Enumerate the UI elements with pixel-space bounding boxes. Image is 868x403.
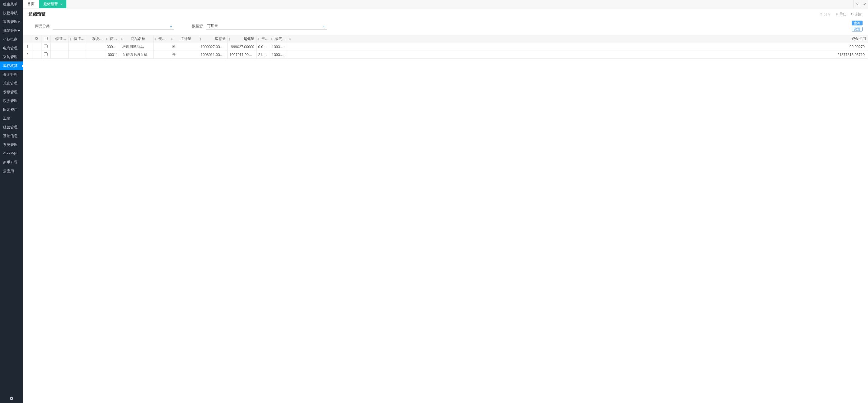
cell-gear (32, 43, 41, 51)
cell-avg: 21.7061 (256, 51, 270, 59)
cell-sys-order (87, 51, 105, 59)
chevron-down-icon (18, 22, 20, 23)
cell-over: 999027.00000 (227, 43, 256, 51)
page-title: 超储预警 (28, 11, 45, 17)
col-attr-name-header[interactable]: 特征类型名称 (68, 35, 87, 43)
sidebar-footer (0, 394, 23, 403)
filter-category-select[interactable]: ⌄ (53, 22, 174, 30)
cell-attr-name (68, 43, 87, 51)
col-code-header[interactable]: 商品... (105, 35, 120, 43)
row-checkbox[interactable] (44, 52, 48, 56)
sidebar-item-label: 云应用 (3, 169, 14, 174)
sidebar-item-label: 税务管理 (3, 98, 18, 103)
sidebar-item-label: 搜索菜单 (3, 2, 18, 7)
sidebar-item-17[interactable]: 企业协同 (0, 149, 23, 158)
sidebar-item-8[interactable]: 资金管理 (0, 70, 23, 79)
col-spec-header[interactable]: 规格型号 (153, 35, 170, 43)
share-icon: ⇪ (819, 12, 823, 17)
sidebar-item-19[interactable]: 云应用 (0, 167, 23, 176)
settings-button[interactable]: 设置 (851, 27, 863, 31)
col-max-header[interactable]: 最高库存 (270, 35, 288, 43)
col-attr-type-header[interactable]: 特征类型 (50, 35, 68, 43)
cell-sys-order (87, 43, 105, 51)
table-row[interactable]: 1 0000107 培训测试商品 米 1000027.00000 999027.… (23, 43, 868, 51)
cell-check[interactable] (41, 51, 50, 59)
sidebar-item-6[interactable]: 采购管理 (0, 53, 23, 61)
gear-icon[interactable] (9, 396, 13, 401)
search-button[interactable]: 查询 (851, 21, 863, 25)
sidebar-item-14[interactable]: 经营管理 (0, 123, 23, 132)
sidebar-item-15[interactable]: 基础信息 (0, 132, 23, 141)
filter-category-label: 商品分类 (35, 24, 50, 29)
col-unit-header[interactable]: 主计量 (170, 35, 199, 43)
col-rownum-header (23, 35, 32, 43)
export-button[interactable]: ⇩ 导出 (835, 12, 847, 17)
cell-max: 1000.00000 (270, 43, 288, 51)
sidebar-item-3[interactable]: 批发管理 (0, 26, 23, 35)
sidebar-item-label: 固定资产 (3, 107, 18, 112)
cell-spec (153, 43, 170, 51)
cell-code: 00011 (105, 51, 120, 59)
sidebar: 搜索菜单快捷导航零售管理批发管理小畅电商电商管理采购管理库存核算资金管理总账管理… (0, 0, 23, 403)
cell-rownum: 2 (23, 51, 32, 59)
sidebar-item-label: 工资 (3, 116, 10, 121)
row-checkbox[interactable] (44, 44, 48, 48)
sidebar-item-18[interactable]: 新手引导 (0, 158, 23, 167)
filter-datasource-select[interactable]: 可用量 ⌄ (206, 22, 327, 30)
sidebar-item-7[interactable]: 库存核算 (0, 61, 23, 70)
filter-row: 商品分类 ⌄ 数据源 可用量 ⌄ 查询 设置 (23, 20, 868, 35)
sidebar-item-label: 基础信息 (3, 133, 18, 139)
cell-max: 1000.00000 (270, 51, 288, 59)
sidebar-item-1[interactable]: 快捷导航 (0, 9, 23, 18)
sidebar-item-label: 发票管理 (3, 90, 18, 95)
filter-datasource-label: 数据源 (192, 24, 203, 29)
share-button[interactable]: ⇪ 分享 (819, 12, 831, 17)
col-funds-header[interactable]: 资金占用 (288, 35, 868, 43)
col-gear-header[interactable] (32, 35, 41, 43)
sidebar-item-2[interactable]: 零售管理 (0, 18, 23, 26)
sidebar-item-9[interactable]: 总账管理 (0, 79, 23, 88)
cell-check[interactable] (41, 43, 50, 51)
cell-spec (153, 51, 170, 59)
sidebar-item-label: 零售管理 (3, 20, 18, 25)
sidebar-item-4[interactable]: 小畅电商 (0, 35, 23, 44)
refresh-button[interactable]: ⟳ 刷新 (851, 12, 863, 17)
col-avg-header[interactable]: 平均... (256, 35, 270, 43)
cell-rownum: 1 (23, 43, 32, 51)
sidebar-item-5[interactable]: 电商管理 (0, 44, 23, 53)
tab-0[interactable]: 首页 (23, 0, 39, 8)
sidebar-item-11[interactable]: 税务管理 (0, 97, 23, 105)
close-icon[interactable]: × (60, 2, 62, 6)
tab-label: 超储预警 (43, 1, 58, 7)
col-over-header[interactable]: 超储量 (227, 35, 256, 43)
sidebar-item-label: 采购管理 (3, 55, 18, 60)
select-all-checkbox[interactable] (44, 37, 48, 40)
tab-label: 首页 (27, 1, 34, 7)
sidebar-item-12[interactable]: 固定资产 (0, 105, 23, 114)
page-header: 超储预警 ⇪ 分享 ⇩ 导出 ⟳ 刷新 (23, 8, 868, 20)
col-checkbox-header[interactable] (41, 35, 50, 43)
sidebar-item-label: 总账管理 (3, 81, 18, 86)
tab-1[interactable]: 超储预警× (39, 0, 67, 8)
sidebar-item-0[interactable]: 搜索菜单 (0, 0, 23, 9)
sidebar-item-label: 资金管理 (3, 72, 18, 77)
cell-attr-name (68, 51, 87, 59)
cell-funds: 21877816.95710 (288, 51, 868, 59)
col-name-header[interactable]: 商品名称 (120, 35, 153, 43)
refresh-icon: ⟳ (851, 12, 854, 17)
cell-stock: 1008911.00000 (199, 51, 227, 59)
table-row[interactable]: 2 00011 百福德毛绒百福 件 1008911.00000 1007911.… (23, 51, 868, 59)
sidebar-item-13[interactable]: 工资 (0, 114, 23, 123)
col-sys-order-header[interactable]: 系统顺序 (87, 35, 105, 43)
sidebar-item-10[interactable]: 发票管理 (0, 88, 23, 97)
close-all-tabs[interactable]: ✕ (854, 0, 861, 8)
sidebar-item-label: 库存核算 (3, 63, 18, 68)
expand-tabs-icon[interactable]: ⤢ (861, 0, 868, 8)
sidebar-item-label: 系统管理 (3, 142, 18, 148)
cell-stock: 1000027.00000 (199, 43, 227, 51)
col-stock-header[interactable]: 库存量 (199, 35, 227, 43)
sidebar-item-16[interactable]: 系统管理 (0, 141, 23, 149)
cell-code: 0000107 (105, 43, 120, 51)
cell-avg: 0.0001 (256, 43, 270, 51)
table-wrap: 特征类型 特征类型名称 系统顺序 商品... 商品名称 规格型号 主计量 库存量… (23, 35, 868, 403)
